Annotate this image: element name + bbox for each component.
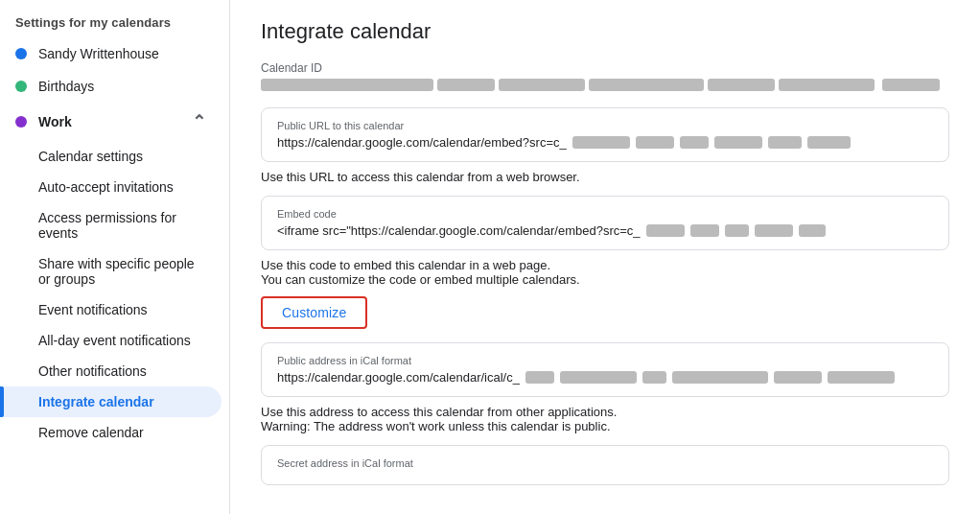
calendar-id-redacted-1 — [261, 79, 433, 91]
public-url-redacted-1 — [572, 136, 630, 149]
sidebar-item-remove-calendar[interactable]: Remove calendar — [0, 417, 222, 448]
embed-redacted-4 — [755, 224, 793, 237]
sidebar-item-birthdays[interactable]: Birthdays — [0, 70, 222, 103]
public-url-redacted-5 — [768, 136, 802, 149]
calendar-id-value — [261, 79, 949, 94]
calendar-id-redacted-7 — [882, 79, 940, 91]
sidebar-item-label-work: Work — [38, 114, 72, 129]
main-content: Integrate calendar Calendar ID Public UR… — [230, 0, 980, 514]
public-url-prefix: https://calendar.google.com/calendar/emb… — [277, 135, 567, 150]
sub-item-label-other-notifications: Other notifications — [38, 363, 147, 379]
ical-public-card: Public address in iCal format https://ca… — [261, 342, 949, 397]
sidebar-item-other-notifications[interactable]: Other notifications — [0, 356, 222, 386]
public-url-value: https://calendar.google.com/calendar/emb… — [277, 135, 933, 150]
sidebar-item-label-sandy: Sandy Writtenhouse — [38, 46, 159, 61]
work-dot — [15, 116, 27, 128]
calendar-id-redacted-3 — [499, 79, 585, 91]
active-indicator — [0, 386, 4, 417]
calendar-id-label: Calendar ID — [261, 61, 949, 75]
sidebar-item-sandy[interactable]: Sandy Writtenhouse — [0, 37, 222, 70]
page-title: Integrate calendar — [261, 19, 949, 44]
birthdays-dot — [15, 81, 27, 92]
sub-item-label-auto-accept: Auto-accept invitations — [38, 179, 174, 195]
calendar-id-redacted-4 — [589, 79, 704, 91]
sub-item-label-access-permissions: Access permissions for events — [38, 210, 206, 241]
public-url-redacted-2 — [636, 136, 674, 149]
sidebar: Settings for my calendars Sandy Writtenh… — [0, 0, 230, 514]
sidebar-section-title: Settings for my calendars — [0, 8, 229, 37]
sub-item-label-calendar-settings: Calendar settings — [38, 149, 143, 164]
embed-code-helper1: Use this code to embed this calendar in … — [261, 258, 949, 272]
customize-button[interactable]: Customize — [261, 296, 367, 329]
embed-redacted-1 — [646, 224, 685, 237]
sidebar-item-event-notifications[interactable]: Event notifications — [0, 294, 222, 325]
ical-redacted-1 — [525, 371, 554, 384]
sidebar-item-share-specific[interactable]: Share with specific people or groups — [0, 248, 222, 294]
sidebar-item-integrate-calendar[interactable]: Integrate calendar — [0, 386, 222, 417]
embed-code-prefix: <iframe src="https://calendar.google.com… — [277, 223, 641, 238]
ical-public-warning: Warning: The address won't work unless t… — [261, 419, 949, 433]
public-url-redacted-4 — [714, 136, 762, 149]
sub-item-label-event-notifications: Event notifications — [38, 302, 148, 317]
ical-public-label: Public address in iCal format — [277, 355, 933, 366]
public-url-helper: Use this URL to access this calendar fro… — [261, 170, 949, 184]
chevron-up-icon: ⌃ — [192, 111, 206, 132]
sub-item-label-allday-notifications: All-day event notifications — [38, 333, 191, 348]
sidebar-item-label-birthdays: Birthdays — [38, 79, 94, 94]
public-url-redacted-3 — [680, 136, 709, 149]
sidebar-item-auto-accept[interactable]: Auto-accept invitations — [0, 172, 222, 202]
embed-code-helper2: You can customize the code or embed mult… — [261, 272, 949, 287]
ical-public-helper1: Use this address to access this calendar… — [261, 405, 949, 419]
sidebar-item-allday-notifications[interactable]: All-day event notifications — [0, 325, 222, 356]
embed-code-card: Embed code <iframe src="https://calendar… — [261, 196, 949, 250]
sidebar-item-access-permissions[interactable]: Access permissions for events — [0, 202, 222, 248]
work-sub-items: Calendar settings Auto-accept invitation… — [0, 141, 229, 448]
sidebar-item-calendar-settings[interactable]: Calendar settings — [0, 141, 222, 172]
public-url-card: Public URL to this calendar https://cale… — [261, 107, 949, 162]
calendar-id-redacted-5 — [708, 79, 775, 91]
ical-secret-card: Secret address in iCal format — [261, 445, 949, 485]
embed-code-value: <iframe src="https://calendar.google.com… — [277, 223, 933, 238]
ical-public-value: https://calendar.google.com/calendar/ica… — [277, 370, 933, 385]
sidebar-item-work[interactable]: Work ⌃ — [0, 103, 222, 141]
public-url-redacted-6 — [807, 136, 851, 149]
ical-redacted-6 — [828, 371, 895, 384]
sandy-dot — [15, 48, 27, 59]
embed-redacted-5 — [799, 224, 826, 237]
sub-item-label-share-specific: Share with specific people or groups — [38, 256, 206, 287]
calendar-id-redacted-6 — [779, 79, 875, 91]
ical-redacted-5 — [774, 371, 822, 384]
embed-redacted-3 — [725, 224, 749, 237]
sub-item-label-integrate-calendar: Integrate calendar — [38, 394, 154, 409]
calendar-id-redacted-2 — [437, 79, 495, 91]
ical-redacted-2 — [560, 371, 637, 384]
embed-redacted-2 — [690, 224, 719, 237]
sub-item-label-remove-calendar: Remove calendar — [38, 425, 144, 440]
ical-redacted-4 — [672, 371, 768, 384]
ical-redacted-3 — [642, 371, 666, 384]
ical-public-prefix: https://calendar.google.com/calendar/ica… — [277, 370, 520, 385]
embed-code-label: Embed code — [277, 208, 933, 220]
ical-secret-label: Secret address in iCal format — [277, 457, 933, 469]
public-url-label: Public URL to this calendar — [277, 120, 933, 131]
